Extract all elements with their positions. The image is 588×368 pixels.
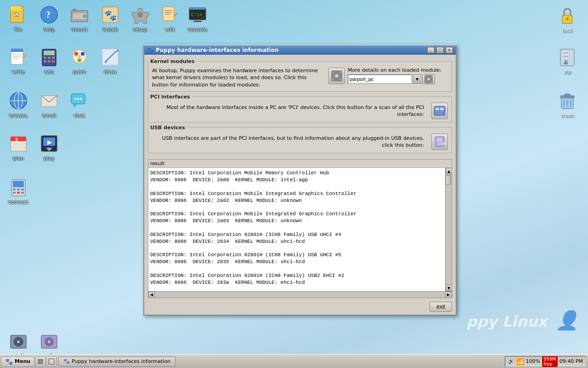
svg-point-99 [431,76,432,77]
hscroll-right-button[interactable]: ▶ [445,292,452,298]
svg-point-95 [339,79,341,80]
desktop-icon-connect[interactable]: connect [2,176,34,205]
svg-rect-54 [11,137,26,141]
svg-rect-82 [564,58,568,59]
desktop-icon-trash[interactable]: trash [551,90,583,119]
kernel-modules-button[interactable] [328,68,345,84]
desktop-icon-calc[interactable]: calc [33,46,65,75]
file-icon: 🏠 [7,4,29,26]
dialog-footer: exit [144,300,456,315]
result-vscrollbar: ▲ ▼ [445,168,452,291]
result-header: result [148,160,452,168]
pci-text: Most of the hardware interfaces inside a… [158,104,424,118]
desktop-icon-paint[interactable]: paint [63,46,96,75]
svg-point-51 [77,98,79,100]
desktop-icon-write[interactable]: write [2,46,34,75]
taskbar-btn-1[interactable] [35,356,45,367]
network-icon: 📶 [516,358,524,365]
hardware-info-dialog: 🐾 Puppy hardware-interfaces information … [143,45,457,316]
svg-rect-33 [48,60,51,63]
svg-rect-64 [13,189,16,190]
setup-label: setup [133,27,147,33]
svg-point-37 [81,52,85,56]
svg-marker-49 [74,104,76,108]
module-info-button[interactable] [422,74,435,84]
pci-section: PCI interfaces Most of the hardware inte… [148,94,452,122]
help-label: help [44,27,55,33]
result-text[interactable]: DESCRIPTION: Intel Corporation Mobile Me… [148,168,445,291]
module-dropdown-button[interactable]: ▼ [413,75,421,84]
taskbar-tray: 🔊 📶 100% 999Mfree 09:40 PM [505,356,588,367]
desktop-icon-setup[interactable]: setup [124,4,156,33]
desktop-icon-email[interactable]: email [33,90,65,119]
svg-point-101 [431,81,432,83]
desktop-icon-draw[interactable]: draw [94,46,126,75]
module-select-wrapper: ▼ [348,74,441,84]
exit-button[interactable]: exit [430,302,452,312]
desktop-icon-file[interactable]: 🏠 file [2,4,34,33]
desktop-icon-help[interactable]: ? help [33,4,65,33]
draw-icon [99,46,121,68]
sda1-icon [7,330,29,352]
svg-point-38 [78,58,81,62]
zip-label: zip [564,69,571,75]
svg-text:🏠: 🏠 [14,12,20,17]
start-button[interactable]: 🐾 Menu [1,356,34,367]
puppy-branding: ppy Linux 👤 [466,310,579,331]
taskbar-btn-2[interactable] [46,356,57,367]
desktop-icon-chat[interactable]: chat [63,90,96,119]
svg-rect-110 [38,359,43,364]
svg-rect-32 [44,60,46,63]
usb-scan-button[interactable]: USB [431,133,448,150]
desktop-icon-zip[interactable]: zip [551,46,583,75]
desktop-icon-browse[interactable]: browse [2,90,34,119]
svg-point-100 [425,81,427,83]
write-label: write [12,69,25,75]
dialog-maximize-button[interactable]: □ [436,47,444,53]
zip-icon [556,46,578,68]
desktop-icon-play[interactable]: play [33,132,65,161]
dialog-minimize-button[interactable]: _ [427,47,435,53]
connect-icon [7,176,29,198]
svg-rect-104 [440,108,444,110]
pci-scan-button[interactable] [431,103,448,119]
desktop-icon-lock[interactable]: lock [551,5,583,34]
svg-point-72 [17,340,20,343]
start-label: Menu [15,358,30,364]
volume-icon[interactable]: 🔊 [508,358,514,364]
desktop-icon-plan[interactable]: 3 plan [2,132,34,161]
vscroll-down-button[interactable]: ▼ [446,285,452,291]
svg-rect-34 [52,60,55,63]
email-icon [38,90,60,112]
vscroll-up-button[interactable]: ▲ [446,168,452,174]
svg-point-52 [80,98,82,100]
taskbar-window-button[interactable]: 🐾 Puppy hardware-interfaces information [58,356,175,367]
desktop-icon-mount[interactable]: mount [63,4,96,33]
result-section: result DESCRIPTION: Intel Corporation Mo… [148,159,452,298]
svg-rect-67 [13,192,16,194]
desktop-icon-install[interactable]: 🐾 install [94,4,126,33]
svg-rect-6 [73,9,76,12]
vscroll-track[interactable] [446,174,452,285]
svg-rect-31 [52,57,55,59]
svg-text:C:\>_: C:\>_ [191,12,205,17]
pci-header: PCI interfaces [148,94,192,100]
module-dropdown-input[interactable] [348,75,412,84]
vscroll-thumb[interactable] [446,175,451,184]
browse-icon [7,90,29,112]
chat-label: chat [74,113,85,119]
hscroll-left-button[interactable]: ◀ [148,292,155,298]
plan-icon: 3 [7,132,29,155]
svg-rect-111 [49,359,54,364]
taskbar: 🐾 Menu 🐾 Puppy hardware-interfaces infor… [0,354,588,368]
hscroll-track[interactable] [155,292,445,298]
paint-label: paint [73,69,86,75]
tray-area: 🔊 📶 100% 999Mfree 09:40 PM [505,356,587,367]
trash-label: trash [561,113,574,119]
dialog-close-button[interactable]: ✕ [446,47,453,53]
desktop-icon-console[interactable]: C:\>_ console [181,4,214,33]
chat-icon [68,90,90,112]
browse-label: browse [9,113,28,119]
file-label: file [15,27,23,33]
svg-rect-80 [564,50,568,52]
